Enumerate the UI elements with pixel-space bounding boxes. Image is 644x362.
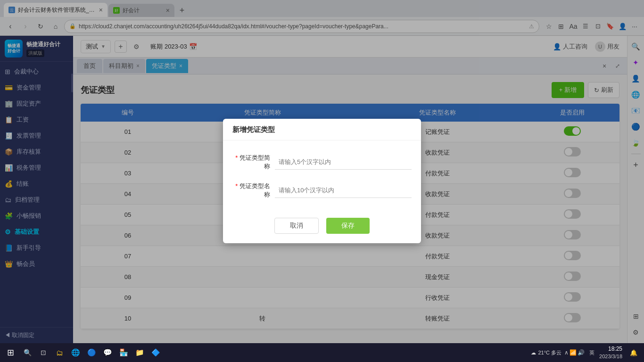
dialog-body: * 凭证类型简称 * 凭证类型名称 [223,140,421,212]
taskbar-right: ☁ 21°C 多云 ∧ 📶 🔊 英 18:25 2023/3/18 🔔 [531,345,642,360]
taskbar-weather: ☁ 21°C 多云 [531,349,561,356]
abbr-required-icon: * [235,154,239,161]
name-required-icon: * [235,182,239,189]
dialog-header: 新增凭证类型 [223,119,421,140]
abbr-input[interactable] [275,155,412,170]
taskbar-folder[interactable]: 📁 [132,345,147,360]
dialog: 新增凭证类型 * 凭证类型简称 * 凭证类型名称 取消 保存 [223,119,421,243]
chevron-up-icon[interactable]: ∧ [564,349,569,356]
dialog-overlay: 新增凭证类型 * 凭证类型简称 * 凭证类型名称 取消 保存 [0,0,644,362]
taskbar-edge[interactable]: 🌐 [68,345,83,360]
taskbar-time: 18:25 [599,345,622,353]
taskbar-wechat[interactable]: 💬 [100,345,115,360]
taskbar-explorer[interactable]: 🗂 [52,345,67,360]
dialog-title: 新增凭证类型 [232,125,275,134]
taskbar: ⊞ 🔍 ⊡ 🗂 🌐 🔵 💬 🏪 📁 🔷 ☁ 21°C 多云 ∧ 📶 🔊 英 18… [0,343,644,362]
taskbar-notify-btn[interactable]: 🔔 [627,346,640,359]
taskbar-store[interactable]: 🏪 [116,345,131,360]
dialog-footer: 取消 保存 [223,212,421,243]
taskbar-lang: 英 [587,349,596,356]
taskbar-system-icons: ∧ 📶 🔊 [564,349,585,356]
taskbar-task-view[interactable]: ⊡ [36,345,51,360]
taskbar-date: 2023/3/18 [599,353,622,360]
name-input[interactable] [275,183,412,198]
save-button[interactable]: 保存 [326,218,370,234]
taskbar-search[interactable]: 🔍 [20,345,35,360]
name-label: * 凭证类型名称 [232,182,275,199]
taskbar-edge2[interactable]: 🔷 [148,345,163,360]
form-row-abbr: * 凭证类型简称 [232,154,412,171]
cancel-button[interactable]: 取消 [274,218,319,234]
signal-icon: 📶 [570,349,577,356]
taskbar-chrome[interactable]: 🔵 [84,345,99,360]
taskbar-start[interactable]: ⊞ [2,344,19,361]
form-row-name: * 凭证类型名称 [232,182,412,199]
taskbar-time-block: 18:25 2023/3/18 [599,345,624,360]
weather-text: 21°C 多云 [538,349,561,356]
weather-icon: ☁ [531,350,536,356]
abbr-label: * 凭证类型简称 [232,154,275,171]
volume-icon[interactable]: 🔊 [578,349,585,356]
